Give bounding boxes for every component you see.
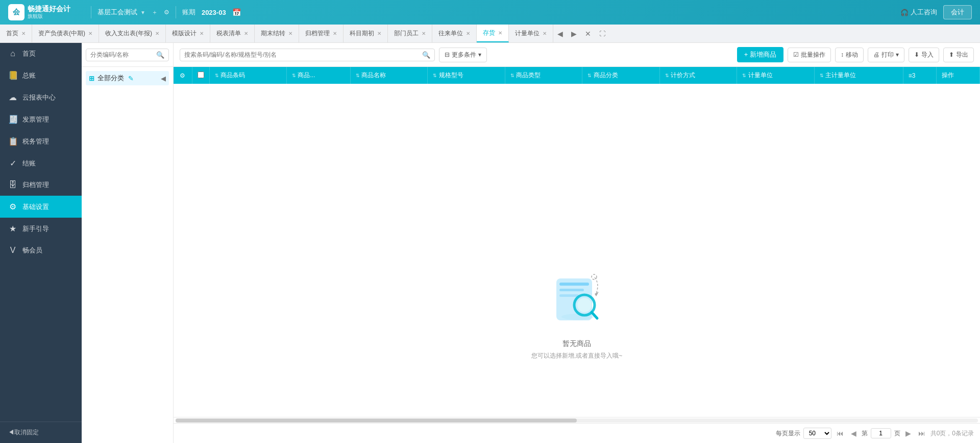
chevron-down-icon: ▾ <box>478 51 481 58</box>
tab-archive[interactable]: 归档管理 ✕ <box>299 25 344 42</box>
edit-icon[interactable]: ✎ <box>128 75 134 82</box>
batch-icon: ☑ <box>793 51 799 58</box>
sidebar-item-archive[interactable]: 🗄 归档管理 <box>0 174 82 196</box>
tab-home[interactable]: 首页 ✕ <box>0 25 32 42</box>
settings-icon[interactable]: ⚙ <box>164 9 169 16</box>
close-icon[interactable]: ✕ <box>288 31 292 36</box>
col-unit-header[interactable]: ⇅ 计量单位 <box>737 67 814 84</box>
col-checkbox-header[interactable] <box>192 67 209 84</box>
tab-balance-sheet[interactable]: 资产负债表(中期) ✕ <box>32 25 99 42</box>
sidebar: ⌂ 首页 📒 总账 ☁ 云报表中心 🧾 发票管理 📋 税务管理 ✓ 结账 🗄 归… <box>0 43 82 443</box>
tab-measure-unit[interactable]: 计量单位 ✕ <box>509 25 553 42</box>
tab-inventory[interactable]: 存货 ✕ <box>477 25 509 42</box>
service-button[interactable]: 🎧 人工咨询 <box>900 8 937 17</box>
tab-nav-prev[interactable]: ◀ <box>553 25 567 42</box>
sidebar-item-label: 结账 <box>22 159 36 168</box>
export-button[interactable]: ⬆ 导出 <box>943 48 974 62</box>
col-spec-header[interactable]: ⇅ 规格型号 <box>428 67 505 84</box>
close-icon[interactable]: ✕ <box>88 31 92 36</box>
sidebar-item-home[interactable]: ⌂ 首页 <box>0 43 82 64</box>
product-search-input[interactable] <box>184 51 422 58</box>
tab-counterparty[interactable]: 往来单位 ✕ <box>432 25 477 42</box>
sort-icon: ⇅ <box>820 73 824 78</box>
sort-icon: ⇅ <box>587 73 592 78</box>
next-page-button[interactable]: ▶ <box>903 428 913 438</box>
col-extra-header[interactable]: ≡3 <box>903 67 936 84</box>
sidebar-item-settle[interactable]: ✓ 结账 <box>0 152 82 174</box>
add-company-button[interactable]: ＋ <box>152 8 158 17</box>
filter-button[interactable]: ⊟ 更多条件 ▾ <box>439 48 487 62</box>
expand-icon[interactable]: ⛶ <box>595 30 609 37</box>
chevron-down-icon: ▼ <box>140 10 145 15</box>
close-icon[interactable]: ✕ <box>200 31 204 36</box>
col-barcode-header[interactable]: ⇅ 商品条码 <box>209 67 286 84</box>
close-icon[interactable]: ✕ <box>244 31 248 36</box>
category-search-input[interactable] <box>90 51 156 58</box>
scroll-area[interactable] <box>174 417 980 423</box>
import-button[interactable]: ⬇ 导入 <box>909 48 939 62</box>
sidebar-item-settings[interactable]: ⚙ 基础设置 <box>0 196 82 218</box>
sidebar-item-tax[interactable]: 📋 税务管理 <box>0 130 82 152</box>
close-icon[interactable]: ✕ <box>498 30 502 36</box>
sidebar-item-label: 总账 <box>22 71 36 80</box>
tab-tax-list[interactable]: 税表清单 ✕ <box>210 25 255 42</box>
close-icon[interactable]: ✕ <box>333 31 337 36</box>
close-icon[interactable]: ✕ <box>466 31 470 36</box>
col-name-header[interactable]: ⇅ 商品名称 <box>350 67 427 84</box>
sidebar-item-guide[interactable]: ★ 新手引导 <box>0 218 82 240</box>
sidebar-item-invoice[interactable]: 🧾 发票管理 <box>0 108 82 130</box>
sidebar-item-reports[interactable]: ☁ 云报表中心 <box>0 86 82 108</box>
add-product-button[interactable]: + 新增商品 <box>737 47 783 62</box>
filter-label: 更多条件 <box>452 51 476 59</box>
sidebar-item-ledger[interactable]: 📒 总账 <box>0 64 82 86</box>
batch-operation-button[interactable]: ☑ 批量操作 <box>788 48 831 62</box>
col-category-header[interactable]: ⇅ 商品分类 <box>582 67 659 84</box>
col-main-unit-header[interactable]: ⇅ 主计量单位 <box>814 67 903 84</box>
account-button[interactable]: 会计 <box>943 5 972 19</box>
col-type-header[interactable]: ⇅ 商品类型 <box>505 67 582 84</box>
category-all-item[interactable]: ⊞ 全部分类 ✎ ◀ <box>86 71 169 85</box>
collapse-icon[interactable]: ◀ <box>161 75 166 82</box>
header-right: 🎧 人工咨询 会计 <box>900 5 972 19</box>
logo-text-block: 畅捷通好会计 旗舰版 <box>28 5 70 20</box>
category-panel: ⊞ 全部分类 ✎ ◀ <box>82 67 174 443</box>
tab-label: 部门员工 <box>394 29 419 38</box>
tab-template-design[interactable]: 模版设计 ✕ <box>166 25 210 42</box>
tab-dept-employee[interactable]: 部门员工 ✕ <box>388 25 432 42</box>
close-icon[interactable]: ✕ <box>543 31 547 36</box>
search-icon[interactable]: 🔍 <box>156 51 164 59</box>
col-code-header[interactable]: ⇅ 商品... <box>286 67 350 84</box>
company-selector[interactable]: 基层工会测试 ▼ <box>97 8 145 17</box>
print-button[interactable]: 🖨 打印 ▾ <box>868 48 904 62</box>
import-label: 导入 <box>921 51 934 59</box>
close-icon[interactable]: ✕ <box>377 31 381 36</box>
sort-icon: ⇅ <box>356 73 360 78</box>
close-icon[interactable]: ✕ <box>21 31 26 36</box>
col-settings-header[interactable]: ⚙ <box>174 67 192 84</box>
page-label: 第 <box>862 429 868 438</box>
prev-page-button[interactable]: ◀ <box>849 428 859 438</box>
unpin-button[interactable]: ◀取消固定 <box>8 428 74 437</box>
page-number-input[interactable] <box>871 428 891 438</box>
search-icon-product[interactable]: 🔍 <box>422 51 430 59</box>
tab-period-transfer[interactable]: 期末结转 ✕ <box>255 25 299 42</box>
scroll-thumb[interactable] <box>176 418 577 423</box>
close-icon[interactable]: ✕ <box>422 31 426 36</box>
tab-subject-init[interactable]: 科目期初 ✕ <box>344 25 388 42</box>
select-all-checkbox[interactable] <box>198 72 204 78</box>
tab-income-statement[interactable]: 收入支出表(年报) ✕ <box>99 25 166 42</box>
tab-nav-next[interactable]: ▶ <box>567 25 581 42</box>
calendar-icon[interactable]: 📅 <box>232 8 241 16</box>
first-page-button[interactable]: ⏮ <box>835 428 846 438</box>
close-icon[interactable]: ✕ <box>155 31 159 36</box>
sidebar-item-member[interactable]: V 畅会员 <box>0 240 82 261</box>
last-page-button[interactable]: ⏭ <box>916 428 927 438</box>
per-page-select[interactable]: 10 20 50 100 <box>803 428 831 439</box>
sidebar-item-label: 发票管理 <box>22 115 49 124</box>
tab-label: 归档管理 <box>305 29 330 38</box>
close-all-tabs-icon[interactable]: ✕ <box>581 30 595 38</box>
move-button[interactable]: ↕ 移动 <box>835 48 864 62</box>
tab-label: 模版设计 <box>172 29 197 38</box>
category-search-wrap: 🔍 <box>86 49 169 61</box>
col-price-method-header[interactable]: ⇅ 计价方式 <box>659 67 737 84</box>
